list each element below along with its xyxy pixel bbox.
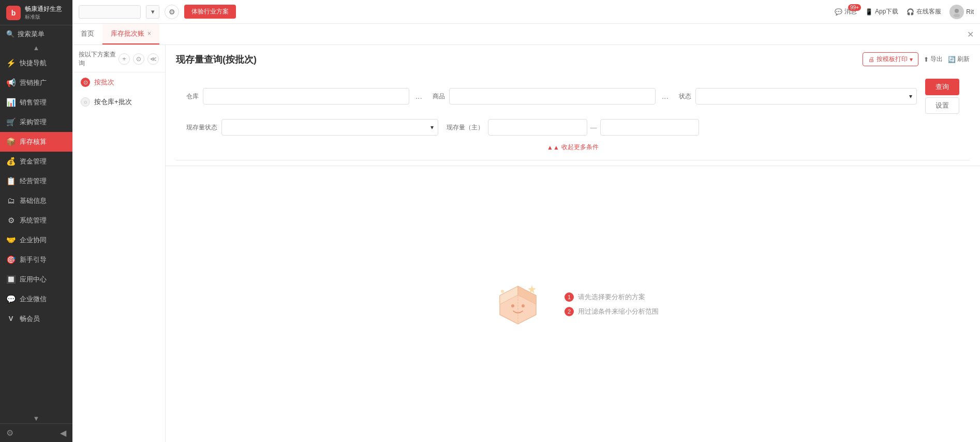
marketing-icon: 📢 (6, 78, 16, 87)
svg-point-0 (955, 9, 959, 13)
empty-state: 1 请先选择要分析的方案 2 用过滤条件来缩小分析范围 (166, 166, 980, 442)
empty-text: 1 请先选择要分析的方案 2 用过滤条件来缩小分析范围 (565, 292, 659, 316)
hint-number-2: 2 (565, 307, 574, 316)
hint-text-1: 请先选择要分析的方案 (578, 292, 645, 302)
plan-dot-active: ⊙ (81, 78, 90, 87)
inventory-icon: 📦 (6, 137, 16, 146)
tab-active-label: 库存批次账 (111, 29, 144, 38)
warehouse-input[interactable] (203, 88, 409, 105)
sidebar-item-quick-nav[interactable]: ⚡ 快捷导航 (0, 53, 72, 73)
sidebar-item-basic[interactable]: 🗂 基础信息 (0, 191, 72, 211)
app-logo: b (6, 6, 21, 20)
sidebar-item-sales[interactable]: 📊 销售管理 (0, 93, 72, 112)
collapse-filter-btn[interactable]: ▲▲ 收起更多条件 (186, 141, 959, 154)
svg-point-7 (522, 304, 525, 307)
warehouse-filter-group: 仓库 ... (186, 88, 424, 105)
sidebar-item-operations[interactable]: 📋 经营管理 (0, 171, 72, 191)
online-service-btn[interactable]: 🎧 在线客服 (907, 7, 941, 16)
user-menu[interactable]: Rit (949, 5, 974, 19)
quantity-max-input[interactable] (600, 119, 699, 136)
app-download-icon: 📱 (865, 8, 873, 16)
sidebar-item-enterprise[interactable]: 🤝 企业协同 (0, 230, 72, 250)
sidebar-item-marketing[interactable]: 📢 营销推广 (0, 73, 72, 93)
svg-point-1 (954, 13, 960, 17)
sidebar-header: b 畅康通好生意 标准版 (0, 0, 72, 25)
export-icon: ⬆ (924, 56, 929, 63)
stock-status-label: 现存量状态 (186, 123, 217, 132)
trial-btn[interactable]: 体验行业方案 (184, 5, 236, 19)
messages-badge: 99+ (848, 4, 861, 11)
print-btn-label: 按模板打印 (877, 55, 908, 64)
filter-area: 仓库 ... 商品 ... 状态 (176, 72, 970, 160)
sidebar-item-label: 资金管理 (20, 157, 47, 166)
filter-row-1: 仓库 ... 商品 ... 状态 (186, 79, 959, 114)
goods-filter-group: 商品 ... (433, 88, 671, 105)
app-name: 畅康通好生意 (25, 5, 62, 13)
sidebar-item-member[interactable]: V 畅会员 (0, 309, 72, 329)
sidebar-item-system[interactable]: ⚙ 系统管理 (0, 211, 72, 230)
tab-close-all-btn[interactable]: ✕ (961, 25, 980, 43)
app-version: 标准版 (25, 13, 62, 21)
sidebar-item-wechat[interactable]: 💬 企业微信 (0, 289, 72, 309)
stock-chevron-icon: ▾ (430, 124, 434, 131)
plan-item-warehouse-batch[interactable]: ○ 按仓库+批次 (72, 92, 165, 112)
purchase-icon: 🛒 (6, 117, 16, 127)
sidebar-item-finance[interactable]: 💰 资金管理 (0, 152, 72, 171)
search-menu-label: 搜索菜单 (18, 30, 44, 39)
collapse-panel-btn[interactable]: ≪ (147, 53, 159, 65)
finance-icon: 💰 (6, 157, 16, 166)
scroll-down-btn[interactable]: ▼ (0, 413, 72, 423)
scroll-up-btn[interactable]: ▲ (0, 43, 72, 53)
sidebar-item-label: 营销推广 (20, 78, 47, 87)
export-btn[interactable]: ⬆ 导出 (924, 55, 943, 64)
range-dash: — (590, 124, 597, 131)
sidebar-item-apps[interactable]: 🔲 应用中心 (0, 270, 72, 289)
refresh-btn[interactable]: 🔄 刷新 (948, 55, 970, 64)
sidebar-item-inventory[interactable]: 📦 库存核算 (0, 132, 72, 152)
tab-close-icon[interactable]: × (147, 30, 151, 37)
topbar-dropdown-btn[interactable]: ▾ (146, 5, 159, 19)
query-btn[interactable]: 查询 (925, 79, 959, 95)
print-btn[interactable]: 🖨 按模板打印 ▾ (863, 52, 918, 66)
sidebar-item-label: 销售管理 (20, 98, 47, 107)
app-download-btn[interactable]: 📱 App下载 (865, 7, 898, 16)
sidebar-nav: ⚡ 快捷导航 📢 营销推广 📊 销售管理 🛒 采购管理 📦 库存核算 💰 资金管… (0, 53, 72, 413)
sidebar-item-label: 企业协同 (20, 235, 47, 245)
stock-status-select[interactable]: ▾ (221, 119, 438, 136)
hint-text-2: 用过滤条件来缩小分析范围 (578, 307, 659, 316)
plan-item-batch[interactable]: ⊙ 按批次 (72, 72, 165, 92)
svg-point-9 (501, 290, 504, 293)
goods-label: 商品 (433, 92, 445, 101)
quantity-label: 现存量（主） (447, 123, 484, 132)
settings-btn[interactable]: 设置 (925, 97, 959, 114)
page-content: 按以下方案查询 + ⊙ ≪ ⊙ 按批次 ○ 按仓库+批次 现存量查询(按 (72, 45, 980, 442)
messages-btn[interactable]: 💬 消息 99+ (835, 7, 857, 16)
newbie-icon: 🎯 (6, 255, 16, 264)
goods-dots[interactable]: ... (660, 92, 671, 101)
plan-settings-btn[interactable]: ⊙ (133, 53, 144, 65)
operations-icon: 📋 (6, 176, 16, 186)
tabs: 首页 库存批次账 × ✕ (72, 24, 980, 45)
tab-home[interactable]: 首页 (72, 24, 102, 45)
topbar-search-input[interactable] (79, 5, 141, 19)
sidebar-item-purchase[interactable]: 🛒 采购管理 (0, 112, 72, 132)
status-select[interactable]: ▾ (695, 88, 917, 105)
goods-input[interactable] (449, 88, 656, 105)
refresh-icon: 🔄 (948, 56, 956, 63)
collapse-sidebar-icon[interactable]: ◀ (60, 428, 66, 438)
warehouse-label: 仓库 (186, 92, 199, 101)
member-icon: V (6, 314, 16, 323)
add-plan-btn[interactable]: + (118, 53, 130, 65)
quantity-min-input[interactable] (488, 119, 587, 136)
printer-icon: 🖨 (868, 56, 874, 63)
search-menu[interactable]: 🔍 搜索菜单 (0, 25, 72, 43)
settings-bottom-icon[interactable]: ⚙ (6, 428, 13, 438)
sidebar-item-newbie[interactable]: 🎯 新手引导 (0, 250, 72, 270)
sidebar-item-label: 畅会员 (20, 314, 40, 323)
topbar-gear-btn[interactable]: ⚙ (165, 5, 179, 19)
quantity-filter-group: 现存量（主） — (447, 119, 699, 136)
tab-inventory-batch[interactable]: 库存批次账 × (102, 24, 159, 45)
export-label: 导出 (930, 55, 943, 64)
status-label: 状态 (679, 92, 691, 101)
warehouse-dots[interactable]: ... (413, 92, 424, 101)
